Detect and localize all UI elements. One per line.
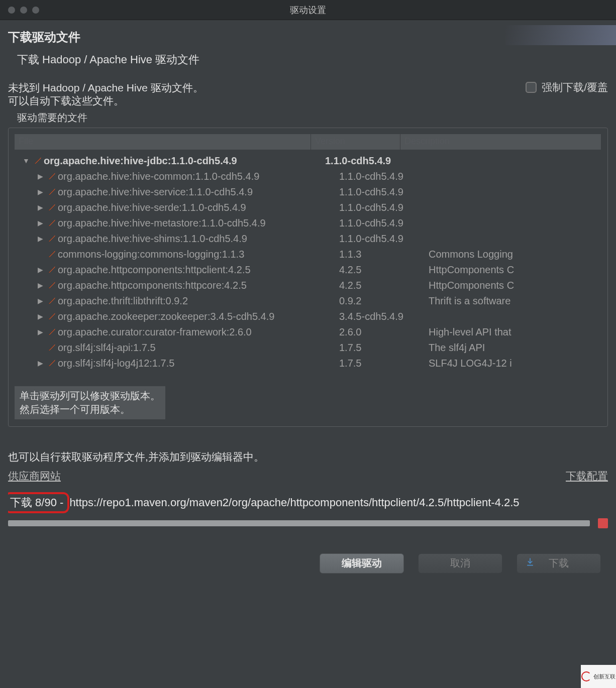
version-cell: 3.4.5-cdh5.4.9 [339, 311, 429, 322]
feather-icon [46, 311, 58, 321]
description-cell: HttpComponents C [429, 280, 601, 291]
below-text: 也可以自行获取驱动程序文件,并添加到驱动编辑器中。 [8, 450, 608, 464]
window-title: 驱动设置 [290, 4, 326, 16]
chevron-right-icon[interactable] [35, 203, 46, 211]
feather-icon [46, 249, 58, 259]
chevron-right-icon[interactable] [35, 297, 46, 305]
feather-icon [46, 358, 58, 368]
version-cell: 1.1.0-cdh5.4.9 [339, 217, 429, 229]
version-cell: 4.2.5 [339, 280, 429, 291]
version-cell: 1.7.5 [339, 342, 429, 354]
cancel-button[interactable]: 取消 [418, 553, 502, 574]
th-version[interactable]: Version [311, 134, 400, 150]
tree-row[interactable]: org.apache.hive:hive-serde:1.1.0-cdh5.4.… [15, 200, 601, 215]
file-cell: org.apache.zookeeper:zookeeper:3.4.5-cdh… [58, 311, 339, 322]
file-cell: org.apache.hive:hive-serde:1.1.0-cdh5.4.… [58, 202, 339, 213]
chevron-right-icon[interactable] [35, 281, 46, 289]
file-cell: org.apache.httpcomponents:httpcore:4.2.5 [58, 280, 339, 291]
hint-line1: 单击驱动列可以修改驱动版本。 [20, 389, 160, 403]
version-cell: 1.1.0-cdh5.4.9 [339, 186, 429, 198]
version-cell: 4.2.5 [339, 264, 429, 276]
description-cell: SLF4J LOG4J-12 i [429, 358, 601, 369]
file-cell: org.slf4j:slf4j-api:1.7.5 [58, 342, 339, 354]
version-cell: 2.6.0 [339, 326, 429, 338]
hint-line2: 然后选择一个可用版本。 [20, 403, 160, 416]
tree-row[interactable]: org.apache.hive:hive-service:1.1.0-cdh5.… [15, 184, 601, 200]
window-controls [8, 7, 39, 14]
chevron-right-icon[interactable] [35, 219, 46, 227]
file-cell: org.apache.hive:hive-common:1.1.0-cdh5.4… [58, 171, 339, 182]
file-cell: org.apache.httpcomponents:httpclient:4.2… [58, 264, 339, 276]
edit-driver-button[interactable]: 编辑驱动 [320, 553, 404, 574]
chevron-right-icon[interactable] [35, 235, 46, 243]
description-cell: The slf4j API [429, 342, 601, 354]
file-list-panel: File Version Description org.apache.hive… [8, 128, 608, 427]
chevron-right-icon[interactable] [35, 359, 46, 367]
hint-box: 单击驱动列可以修改驱动版本。 然后选择一个可用版本。 [15, 386, 165, 419]
chevron-right-icon[interactable] [35, 312, 46, 320]
version-cell: 1.1.0-cdh5.4.9 [339, 202, 429, 213]
chevron-right-icon[interactable] [35, 328, 46, 336]
maximize-window-icon[interactable] [32, 7, 39, 14]
version-cell: 1.7.5 [339, 358, 429, 369]
chevron-down-icon[interactable] [21, 157, 32, 165]
tree-row[interactable]: org.apache.thrift:libthrift:0.9.20.9.2Th… [15, 293, 601, 309]
chevron-right-icon[interactable] [35, 172, 46, 180]
description-cell: Commons Logging [429, 249, 601, 260]
progress-count-highlight: 下载 8/90 - [8, 492, 69, 513]
tree-row[interactable]: org.apache.hive:hive-jdbc:1.1.0-cdh5.4.9… [15, 153, 601, 169]
close-window-icon[interactable] [8, 7, 15, 14]
file-cell: org.slf4j:slf4j-log4j12:1.7.5 [58, 358, 339, 369]
file-cell: org.apache.hive:hive-service:1.1.0-cdh5.… [58, 186, 339, 198]
titlebar: 驱动设置 [0, 0, 616, 20]
file-cell: org.apache.hive:hive-shims:1.1.0-cdh5.4.… [58, 233, 339, 245]
feather-icon [46, 171, 58, 181]
feather-icon [46, 327, 58, 337]
feather-icon [46, 342, 58, 353]
th-file[interactable]: File [15, 134, 311, 150]
progress-bar [8, 520, 590, 526]
tree-row[interactable]: org.apache.hive:hive-common:1.1.0-cdh5.4… [15, 169, 601, 184]
file-cell: org.apache.curator:curator-framework:2.6… [58, 326, 339, 338]
vendor-website-link[interactable]: 供应商网站 [8, 469, 61, 483]
th-description[interactable]: Description [400, 134, 601, 150]
description-cell: High-level API that [429, 326, 601, 338]
watermark: 创新互联 [581, 665, 616, 688]
feather-icon [32, 156, 44, 166]
tree-row[interactable]: org.slf4j:slf4j-log4j12:1.7.51.7.5SLF4J … [15, 356, 601, 371]
file-cell: org.apache.hive:hive-metastore:1.1.0-cdh… [58, 217, 339, 229]
tree-row[interactable]: org.slf4j:slf4j-api:1.7.51.7.5The slf4j … [15, 340, 601, 356]
feather-icon [46, 202, 58, 212]
download-config-link[interactable]: 下载配置 [566, 469, 608, 483]
tree-row[interactable]: org.apache.hive:hive-shims:1.1.0-cdh5.4.… [15, 231, 601, 247]
minimize-window-icon[interactable] [20, 7, 27, 14]
version-cell: 1.1.0-cdh5.4.9 [339, 233, 429, 245]
download-icon [525, 557, 535, 569]
info-text-line2: 可以自动下载这些文件。 [8, 94, 203, 107]
version-cell: 1.1.0-cdh5.4.9 [339, 171, 429, 182]
tree-row[interactable]: org.apache.httpcomponents:httpclient:4.2… [15, 262, 601, 278]
tree-row[interactable]: org.apache.hive:hive-metastore:1.1.0-cdh… [15, 215, 601, 231]
watermark-text: 创新互联 [593, 673, 615, 680]
tree-row[interactable]: org.apache.httpcomponents:httpcore:4.2.5… [15, 278, 601, 293]
tree-row[interactable]: org.apache.curator:curator-framework:2.6… [15, 324, 601, 340]
force-download-checkbox[interactable] [526, 82, 537, 93]
tree-row[interactable]: commons-logging:commons-logging:1.1.31.1… [15, 247, 601, 262]
force-download-label: 强制下载/覆盖 [542, 80, 608, 94]
download-button[interactable]: 下载 [517, 553, 601, 574]
file-cell: org.apache.hive:hive-jdbc:1.1.0-cdh5.4.9 [44, 155, 325, 167]
file-cell: org.apache.thrift:libthrift:0.9.2 [58, 295, 339, 307]
tree-body: org.apache.hive:hive-jdbc:1.1.0-cdh5.4.9… [9, 150, 607, 378]
progress-text: 下载 8/90 - https://repo1.maven.org/maven2… [8, 492, 608, 513]
watermark-logo-icon [581, 671, 591, 681]
version-cell: 1.1.3 [339, 249, 429, 260]
version-cell: 1.1.0-cdh5.4.9 [325, 155, 415, 167]
chevron-right-icon[interactable] [35, 188, 46, 196]
stop-button[interactable] [598, 518, 608, 528]
feather-icon [46, 234, 58, 244]
chevron-right-icon[interactable] [35, 266, 46, 274]
table-header: File Version Description [15, 134, 601, 150]
tree-row[interactable]: org.apache.zookeeper:zookeeper:3.4.5-cdh… [15, 309, 601, 324]
info-text-line1: 未找到 Hadoop / Apache Hive 驱动文件。 [8, 81, 203, 94]
version-cell: 0.9.2 [339, 295, 429, 307]
